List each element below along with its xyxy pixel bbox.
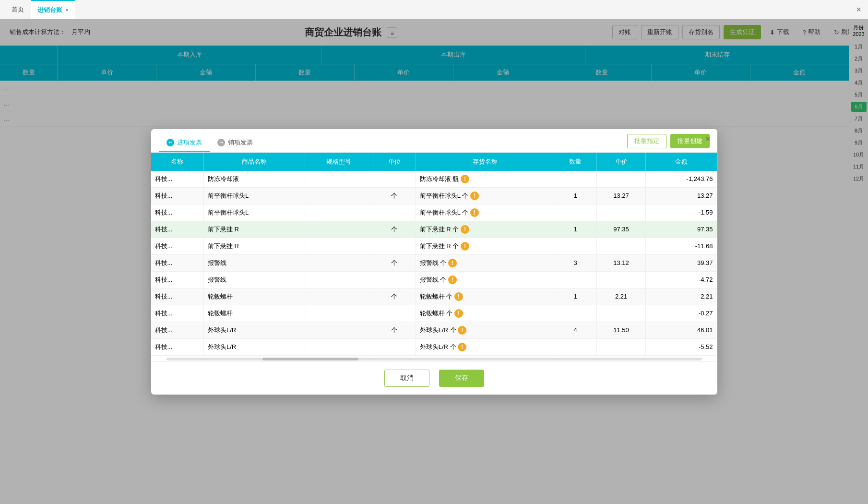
cell-name: 科技... (151, 305, 204, 322)
warning-icon: ! (448, 259, 457, 267)
cell-price (596, 238, 645, 254)
modal-footer: 取消 保存 (151, 361, 717, 395)
cell-spec (305, 221, 373, 238)
tab-purchase-invoice[interactable]: ↩ 进项发票 (159, 134, 210, 152)
cell-stock-name: 轮毂螺杆 个 ! (416, 305, 554, 322)
table-row: 科技... 报警线 报警线 个 ! -4.72 (151, 271, 717, 288)
cell-spec (305, 322, 373, 338)
cell-amount: -5.52 (646, 338, 717, 355)
cell-unit (373, 305, 416, 322)
warning-icon: ! (470, 192, 479, 200)
warning-icon: ! (461, 225, 469, 234)
cell-stock-name: 前平衡杆球头L 个 ! (416, 187, 554, 204)
cell-name: 科技... (151, 338, 204, 355)
cell-stock-name: 报警线 个 ! (416, 254, 554, 271)
cell-unit: 个 (373, 254, 416, 271)
cell-name: 科技... (151, 288, 204, 305)
tab-sale-invoice[interactable]: ↪ 销项发票 (210, 134, 261, 152)
col-header-amount: 金额 (646, 153, 717, 171)
cell-product: 报警线 (203, 271, 305, 288)
cell-amount: -11.68 (646, 238, 717, 254)
col-header-product: 商品名称 (203, 153, 305, 171)
cell-price (596, 305, 645, 322)
cell-name: 科技... (151, 271, 204, 288)
cell-product: 轮毂螺杆 (203, 288, 305, 305)
cell-name: 科技... (151, 322, 204, 338)
cell-price: 2.21 (596, 288, 645, 305)
window-close-icon[interactable]: × (856, 4, 861, 14)
modal-header: ↩ 进项发票 ↪ 销项发票 批量指定 批量创建 × (151, 129, 717, 153)
cell-name: 科技... (151, 254, 204, 271)
purchase-tab-icon: ↩ (166, 139, 174, 146)
col-header-spec: 规格型号 (305, 153, 373, 171)
cell-amount: -0.27 (646, 305, 717, 322)
cell-amount: 13.27 (646, 187, 717, 204)
cell-name: 科技... (151, 221, 204, 238)
cell-spec (305, 171, 373, 188)
scrollbar-track[interactable] (166, 358, 702, 360)
modal-table-wrapper: 名称 商品名称 规格型号 单位 存货名称 数量 单价 金额 科技... 防冻冷却… (151, 153, 717, 356)
cell-qty (554, 238, 597, 254)
cell-stock-name: 防冻冷却液 瓶 ! (416, 171, 554, 188)
cell-qty: 4 (554, 322, 597, 338)
cell-price (596, 171, 645, 188)
modal-overlay: ↩ 进项发票 ↪ 销项发票 批量指定 批量创建 × 名称 (0, 19, 868, 504)
cell-spec (305, 271, 373, 288)
table-row: 科技... 前平衡杆球头L 前平衡杆球头L 个 ! -1.59 (151, 204, 717, 221)
modal-dialog: ↩ 进项发票 ↪ 销项发票 批量指定 批量创建 × 名称 (151, 129, 717, 395)
cell-stock-name: 外球头L/R 个 ! (416, 322, 554, 338)
modal-header-actions: 批量指定 批量创建 (627, 134, 710, 152)
cell-amount: -4.72 (646, 271, 717, 288)
sale-tab-icon: ↪ (217, 139, 225, 146)
cell-amount: -1,243.76 (646, 171, 717, 188)
cell-amount: 46.01 (646, 322, 717, 338)
batch-create-button[interactable]: 批量创建 (670, 134, 710, 148)
cell-product: 轮毂螺杆 (203, 305, 305, 322)
col-header-stock: 存货名称 (416, 153, 554, 171)
cell-qty (554, 171, 597, 188)
table-row: 科技... 报警线 个 报警线 个 ! 3 13.12 39.37 (151, 254, 717, 271)
save-button[interactable]: 保存 (439, 370, 484, 387)
cell-amount: -1.59 (646, 204, 717, 221)
cell-price: 97.35 (596, 221, 645, 238)
cell-product: 前平衡杆球头L (203, 204, 305, 221)
cell-unit (373, 171, 416, 188)
cell-spec (305, 187, 373, 204)
cell-price: 13.12 (596, 254, 645, 271)
cell-unit: 个 (373, 221, 416, 238)
col-header-qty: 数量 (554, 153, 597, 171)
cell-spec (305, 288, 373, 305)
table-row: 科技... 前平衡杆球头L 个 前平衡杆球头L 个 ! 1 13.27 13.2… (151, 187, 717, 204)
cell-stock-name: 前平衡杆球头L 个 ! (416, 204, 554, 221)
main-area: 销售成本计算方法： 月平均 商贸企业进销台账 ≡ 对账 重新开账 存货别名 生成… (0, 19, 868, 504)
cell-amount: 39.37 (646, 254, 717, 271)
cell-qty (554, 271, 597, 288)
cell-unit: 个 (373, 322, 416, 338)
cell-stock-name: 前下悬挂 R 个 ! (416, 221, 554, 238)
cell-amount: 2.21 (646, 288, 717, 305)
cell-qty (554, 338, 597, 355)
cell-unit (373, 204, 416, 221)
scrollbar-thumb[interactable] (262, 358, 358, 360)
cell-product: 前下悬挂 R (203, 238, 305, 254)
tab-close-icon[interactable]: × (65, 7, 69, 13)
cell-price (596, 204, 645, 221)
cell-qty: 3 (554, 254, 597, 271)
cell-stock-name: 轮毂螺杆 个 ! (416, 288, 554, 305)
warning-icon: ! (461, 242, 469, 251)
horizontal-scrollbar[interactable] (151, 356, 717, 361)
warning-icon: ! (470, 208, 479, 217)
cancel-button[interactable]: 取消 (384, 370, 429, 387)
cell-price: 11.50 (596, 322, 645, 338)
nav-tab-home[interactable]: 首页 (5, 0, 31, 19)
cell-product: 外球头L/R (203, 338, 305, 355)
batch-specify-button[interactable]: 批量指定 (627, 134, 666, 148)
nav-tab-ledger[interactable]: 进销台账 × (31, 0, 75, 19)
cell-product: 外球头L/R (203, 322, 305, 338)
col-header-price: 单价 (596, 153, 645, 171)
cell-unit: 个 (373, 288, 416, 305)
cell-unit (373, 238, 416, 254)
modal-close-icon[interactable]: × (705, 134, 711, 144)
cell-spec (305, 204, 373, 221)
table-row: 科技... 前下悬挂 R 前下悬挂 R 个 ! -11.68 (151, 238, 717, 254)
